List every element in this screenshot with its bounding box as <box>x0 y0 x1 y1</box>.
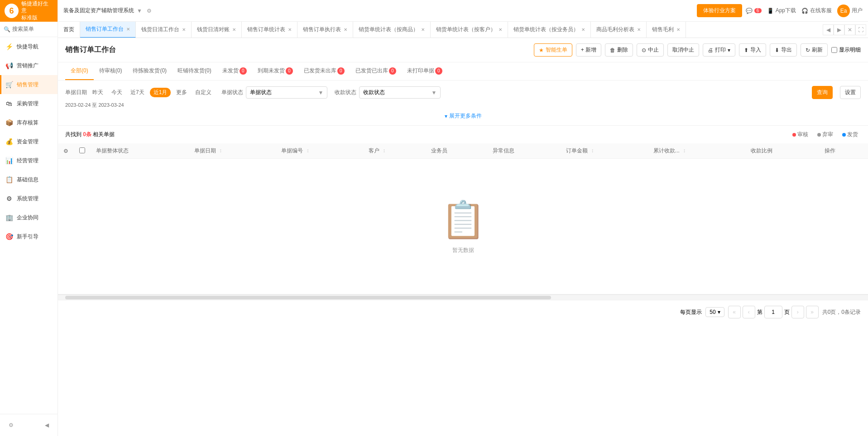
sub-tab-unshipped[interactable]: 未发货0 <box>217 62 252 80</box>
tab-close[interactable]: ✕ <box>288 27 292 32</box>
tab-cash-reconcile[interactable]: 钱货日清对账 ✕ <box>192 22 242 38</box>
show-detail-checkbox-label[interactable]: 显示明细 <box>831 46 861 54</box>
query-btn[interactable]: 查询 <box>812 86 833 99</box>
show-detail-checkbox[interactable] <box>831 47 837 53</box>
tab-label: 销售毛利 <box>652 26 674 33</box>
online-service-btn[interactable]: 🎧 在线客服 <box>801 7 832 14</box>
select-all-checkbox[interactable] <box>79 147 85 153</box>
sidebar-item-guide[interactable]: 🎯 新手引导 <box>0 227 58 246</box>
date-btn-more[interactable]: 更多 <box>173 88 190 97</box>
per-page-select[interactable]: 50 ▾ <box>705 307 724 317</box>
scrollbar-track[interactable] <box>65 296 551 299</box>
app-download-btn[interactable]: 📱 App下载 <box>767 7 796 14</box>
col-number[interactable]: 单据编号 ↕ <box>276 143 363 159</box>
cancel-stop-btn[interactable]: 取消中止 <box>667 43 699 57</box>
sub-tab-all[interactable]: 全部(0) <box>65 62 94 80</box>
sidebar-item-enterprise[interactable]: 🏢 企业协同 <box>0 208 58 227</box>
industry-btn[interactable]: 体验行业方案 <box>697 4 742 17</box>
import-btn[interactable]: ⬆ 导入 <box>739 43 766 57</box>
tab-sales-gross[interactable]: 销售毛利 ✕ <box>647 22 686 38</box>
table-count: 共找到 0条 相关单据 <box>65 131 115 138</box>
tab-sales-staff[interactable]: 销货单统计表（按业务员） ✕ <box>508 22 591 38</box>
tab-cash-daily[interactable]: 钱货日清工作台 ✕ <box>136 22 192 38</box>
tab-home[interactable]: 首页 <box>58 22 80 38</box>
sidebar-item-basicinfo[interactable]: 📋 基础信息 <box>0 170 58 189</box>
message-btn[interactable]: 💬 6 <box>746 8 762 14</box>
workspace: 销售订单工作台 ★ 智能生单 + 新增 🗑 删除 ⊙ 中止 取消 <box>58 38 868 436</box>
sub-tab-overdue[interactable]: 到期未发货0 <box>252 62 298 80</box>
sub-tab-inspect[interactable]: 待拣验发货(0) <box>127 62 172 80</box>
sub-tab-unprinted[interactable]: 未打印单据0 <box>402 62 448 80</box>
date-btn-today[interactable]: 今天 <box>109 88 125 97</box>
page-input[interactable] <box>764 306 782 318</box>
status-select[interactable]: 单据状态 ▼ <box>246 86 327 99</box>
stop-btn[interactable]: ⊙ 中止 <box>637 43 664 57</box>
settings-icon[interactable]: ⚙ <box>147 8 152 14</box>
sidebar-item-purchase[interactable]: 🛍 采购管理 <box>0 94 58 113</box>
tab-sales-order[interactable]: 销售订单工作台 ✕ <box>80 22 136 38</box>
col-received[interactable]: 累计收款... ↕ <box>648 143 745 159</box>
tab-close[interactable]: ✕ <box>676 27 680 32</box>
date-btn-yesterday[interactable]: 昨天 <box>90 88 106 97</box>
add-btn[interactable]: + 新增 <box>576 43 601 57</box>
tab-close-all-btn[interactable]: ✕ <box>844 24 855 35</box>
settings-bottom-btn[interactable]: ⚙ <box>4 418 18 432</box>
sidebar-item-system[interactable]: ⚙ 系统管理 <box>0 189 58 208</box>
tab-gross-profit[interactable]: 商品毛利分析表 ✕ <box>591 22 647 38</box>
tab-close[interactable]: ✕ <box>581 27 585 32</box>
page-prev-btn[interactable]: ‹ <box>743 306 755 318</box>
filter-settings-btn[interactable]: 设置 <box>840 86 861 99</box>
print-btn[interactable]: 🖨 打印 ▾ <box>703 43 735 57</box>
payment-select[interactable]: 收款状态 ▼ <box>359 86 441 99</box>
sidebar-item-sales[interactable]: 🛒 销售管理 <box>0 75 58 94</box>
horizontal-scrollbar[interactable] <box>58 294 868 300</box>
tab-sales-exec[interactable]: 销售订单执行表 ✕ <box>297 22 353 38</box>
date-btn-custom[interactable]: 自定义 <box>192 88 214 97</box>
tab-sales-goods[interactable]: 销货单统计表（按商品） ✕ <box>353 22 431 38</box>
approve-action-btn[interactable]: 审核 <box>790 129 811 140</box>
sidebar-item-inventory[interactable]: 📦 库存核算 <box>0 113 58 132</box>
user-menu-btn[interactable]: Ea 用户 <box>837 5 863 17</box>
tab-close[interactable]: ✕ <box>499 27 502 32</box>
refresh-btn[interactable]: ↻ 刷新 <box>801 43 828 57</box>
sub-tab-pending[interactable]: 待审核(0) <box>94 62 128 80</box>
collapse-btn[interactable]: ◀ <box>39 418 54 432</box>
date-btn-1month[interactable]: 近1月 <box>150 88 171 97</box>
tab-close[interactable]: ✕ <box>637 27 641 32</box>
col-checkbox[interactable] <box>74 143 91 159</box>
dropdown-icon[interactable]: ▼ <box>137 8 142 14</box>
sidebar-search-item[interactable]: 🔍 搜索菜单 <box>0 22 58 37</box>
expand-conditions-btn[interactable]: ▾ 展开更多条件 <box>445 112 482 120</box>
sub-tab-shipped-out[interactable]: 已发货已出库0 <box>350 62 402 80</box>
col-amount[interactable]: 订单金额 ↕ <box>561 143 648 159</box>
delete-btn[interactable]: 🗑 删除 <box>605 43 633 57</box>
sidebar-item-marketing[interactable]: 📢 营销推广 <box>0 56 58 75</box>
tab-close[interactable]: ✕ <box>421 27 425 32</box>
tab-sales-stats[interactable]: 销售订单统计表 ✕ <box>242 22 297 38</box>
tab-label: 销售订单执行表 <box>303 26 341 33</box>
sidebar-item-finance[interactable]: 💰 资金管理 <box>0 132 58 151</box>
sub-tab-shipped-noout[interactable]: 已发货未出库0 <box>298 62 350 80</box>
col-customer[interactable]: 客户 ↕ <box>363 143 426 159</box>
tab-sales-customer[interactable]: 销货单统计表（按客户） ✕ <box>431 22 508 38</box>
page-last-btn[interactable]: » <box>806 306 819 318</box>
reject-action-btn[interactable]: 弃审 <box>815 129 836 140</box>
page-first-btn[interactable]: « <box>728 306 741 318</box>
col-date[interactable]: 单据日期 ↕ <box>189 143 276 159</box>
tab-sales-order-close[interactable]: ✕ <box>126 27 130 32</box>
tab-close[interactable]: ✕ <box>182 27 186 32</box>
page-next-btn[interactable]: › <box>791 306 804 318</box>
tab-next-btn[interactable]: ▶ <box>834 24 844 35</box>
date-btn-7days[interactable]: 近7天 <box>128 88 147 97</box>
ship-action-btn[interactable]: 发货 <box>839 129 861 140</box>
tab-close[interactable]: ✕ <box>344 27 347 32</box>
smart-create-btn[interactable]: ★ 智能生单 <box>534 43 572 57</box>
tab-prev-btn[interactable]: ◀ <box>823 24 834 35</box>
sidebar-item-operations[interactable]: 📊 经营管理 <box>0 151 58 170</box>
export-btn[interactable]: ⬇ 导出 <box>770 43 797 57</box>
tab-fullscreen-btn[interactable]: ⛶ <box>855 24 866 35</box>
sub-tab-wangpu[interactable]: 旺铺待发货(0) <box>172 62 217 80</box>
sidebar-item-quicknav[interactable]: ⚡ 快捷导航 <box>0 37 58 56</box>
tab-close[interactable]: ✕ <box>232 27 236 32</box>
col-gear[interactable]: ⚙ <box>58 143 74 159</box>
